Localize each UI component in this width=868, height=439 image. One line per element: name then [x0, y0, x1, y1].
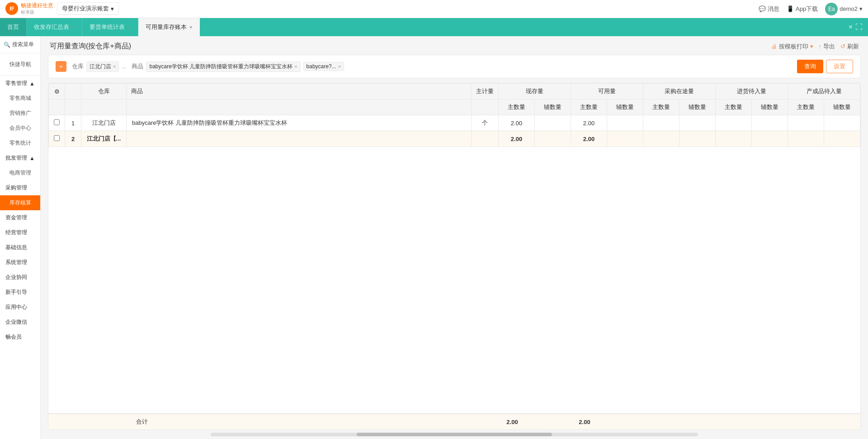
row-production-main [788, 131, 824, 147]
sidebar-item-member[interactable]: 会员中心 [0, 121, 40, 136]
page-header-actions: 🖨 按模板打印 ▾ ↑ 导出 ↺ 刷新 [771, 42, 859, 51]
app-download-button[interactable]: 📱 App下载 [787, 5, 818, 13]
sidebar-item-guide[interactable]: 新手引导 [0, 285, 40, 300]
user-menu[interactable]: Ea demo2 ▾ [825, 3, 863, 15]
industry-selector[interactable]: 母婴行业演示账套 ▾ [57, 2, 119, 15]
row-checkbox[interactable] [49, 131, 65, 147]
nav-tabs-bar: 首页 收发存汇总表 × 要货单统计表 × 可用量库存账本 × × ⛶ [0, 18, 868, 36]
warehouse-tag[interactable]: 江北门店 × [86, 61, 119, 72]
sidebar-item-basics[interactable]: 基础信息 [0, 240, 40, 255]
th-product: 商品 [127, 84, 472, 99]
footer-available-main: 2.00 [566, 419, 603, 425]
row-available-sub [607, 131, 643, 147]
sidebar-section-retail[interactable]: 零售管理 ▲ [0, 76, 40, 91]
sidebar-item-operations[interactable]: 经营管理 [0, 225, 40, 240]
product-tag-2-remove[interactable]: × [338, 64, 341, 69]
th-warehouse: 仓库 [81, 84, 127, 99]
sidebar-search[interactable]: 🔍 搜索菜单 [0, 36, 40, 53]
tab-home[interactable]: 首页 [0, 18, 27, 36]
th-stock-group: 现存量 [499, 84, 571, 99]
th-settings-2 [49, 99, 65, 115]
tab-available-inventory[interactable]: 可用量库存账本 × [138, 18, 200, 36]
table-row: 1 江北门店 babycare学饮杯 儿童防摔防撞吸管杯重力球吸嘴杯宝宝水杯 个… [49, 115, 860, 131]
th-available-main: 主数量 [571, 99, 607, 115]
fullscreen-button[interactable]: ⛶ [855, 23, 863, 31]
sidebar-item-marketing[interactable]: 营销推广 [0, 106, 40, 121]
sidebar: 🔍 搜索菜单 快捷导航 零售管理 ▲ 零售商城 营销推广 会员中心 零售统计 [0, 36, 41, 439]
sidebar-item-apps[interactable]: 应用中心 [0, 300, 40, 315]
product-filter-label: 商品 [132, 62, 143, 71]
th-production-sub: 辅数量 [824, 99, 860, 115]
tab-order-stats[interactable]: 要货单统计表 × [82, 18, 138, 36]
logo-icon: 好 [5, 2, 18, 15]
sidebar-item-quick-nav[interactable]: 快捷导航 [0, 57, 40, 72]
product-tag-1-remove[interactable]: × [294, 64, 297, 69]
print-button[interactable]: 🖨 按模板打印 ▾ [771, 42, 813, 51]
sidebar-item-system[interactable]: 系统管理 [0, 255, 40, 270]
sidebar-wholesale-arrow: ▲ [29, 155, 35, 161]
tab-order-stats-label: 要货单统计表 [90, 23, 125, 31]
sidebar-item-retail-stats[interactable]: 零售统计 [0, 136, 40, 151]
sidebar-item-retail-mall[interactable]: 零售商城 [0, 91, 40, 106]
th-stock-sub: 辅数量 [535, 99, 571, 115]
filter-bar: » 仓库 江北门店 × ... 商品 babycare学饮杯 儿童防摔防撞吸管杯… [48, 55, 861, 78]
message-icon: 💬 [759, 5, 766, 12]
row-product: babycare学饮杯 儿童防摔防撞吸管杯重力球吸嘴杯宝宝水杯 [127, 115, 472, 131]
row-available-main: 2.00 [571, 131, 607, 147]
product-tag-2-value: babycare?... [307, 63, 336, 70]
th-purchase-group: 采购在途量 [643, 84, 716, 99]
th-incoming-sub: 辅数量 [752, 99, 788, 115]
warehouse-tag-remove[interactable]: × [113, 64, 116, 69]
th-settings[interactable]: ⚙ [49, 84, 65, 99]
search-icon: 🔍 [4, 42, 10, 48]
sidebar-item-collab[interactable]: 企业协同 [0, 270, 40, 285]
sidebar-retail-label: 零售管理 [5, 80, 27, 87]
row-purchase-main [643, 115, 679, 131]
refresh-button[interactable]: ↺ 刷新 [840, 42, 859, 51]
export-button[interactable]: ↑ 导出 [819, 42, 835, 51]
message-button[interactable]: 💬 消息 [759, 5, 779, 13]
user-chevron-icon: ▾ [859, 5, 863, 12]
tab-receive-summary-close[interactable]: × [72, 24, 75, 30]
tab-receive-summary-label: 收发存汇总表 [34, 23, 69, 31]
sidebar-item-purchase[interactable]: 采购管理 [0, 180, 40, 195]
tab-receive-summary[interactable]: 收发存汇总表 × [27, 18, 82, 36]
row-production-sub [824, 115, 860, 131]
refresh-icon: ↺ [840, 43, 845, 50]
username: demo2 [840, 5, 858, 12]
tab-available-inventory-label: 可用量库存账本 [146, 23, 187, 31]
sidebar-item-finance[interactable]: 资金管理 [0, 210, 40, 225]
warehouse-filter-label: 仓库 [72, 62, 84, 71]
tab-order-stats-close[interactable]: × [127, 24, 130, 30]
sidebar-item-membership[interactable]: 畅会员 [0, 330, 40, 345]
sidebar-item-inventory[interactable]: 库存核算 [0, 195, 40, 210]
query-button[interactable]: 查询 [797, 60, 823, 73]
settings-button[interactable]: 设置 [826, 60, 853, 73]
print-icon: 🖨 [771, 43, 777, 50]
row-purchase-main [643, 131, 679, 147]
warehouse-filter-more[interactable]: ... [122, 63, 126, 70]
row-incoming-sub [752, 131, 788, 147]
product-tag-1[interactable]: babycare学饮杯 儿童防摔防撞吸管杯重力球吸嘴杯宝宝水杯 × [146, 61, 300, 72]
row-purchase-sub [679, 115, 716, 131]
th-production-group: 产成品待入量 [788, 84, 860, 99]
avatar: Ea [825, 3, 838, 15]
row-checkbox[interactable] [49, 115, 65, 131]
page-header: 可用量查询(按仓库+商品) 🖨 按模板打印 ▾ ↑ 导出 ↺ 刷新 [41, 36, 868, 55]
sidebar-item-ecommerce[interactable]: 电商管理 [0, 165, 40, 180]
row-no: 1 [65, 115, 81, 131]
download-icon: 📱 [787, 5, 794, 12]
sidebar-section-wholesale[interactable]: 批发管理 ▲ [0, 151, 40, 165]
refresh-label: 刷新 [847, 42, 859, 51]
row-available-main: 2.00 [571, 115, 607, 131]
row-production-sub [824, 131, 860, 147]
filter-toggle-button[interactable]: » [56, 61, 66, 72]
product-tag-1-value: babycare学饮杯 儿童防摔防撞吸管杯重力球吸嘴杯宝宝水杯 [149, 63, 292, 71]
product-tag-2[interactable]: babycare?... × [303, 62, 344, 71]
th-incoming-main: 主数量 [716, 99, 752, 115]
row-product [127, 131, 472, 147]
tab-available-inventory-close[interactable]: × [189, 24, 192, 30]
sidebar-item-wechat[interactable]: 企业微信 [0, 315, 40, 330]
row-incoming-main [716, 131, 752, 147]
close-all-tabs-button[interactable]: × [849, 23, 853, 31]
